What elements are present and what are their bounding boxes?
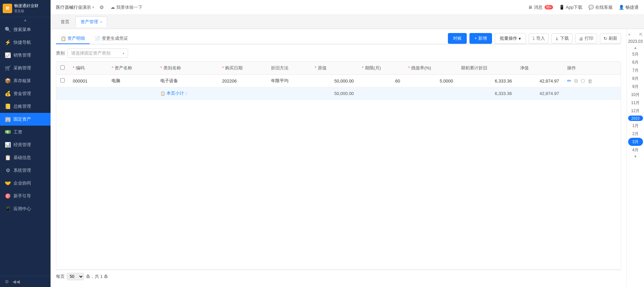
subtotal-label-cell: 📋本页小计： [156, 87, 218, 100]
sidebar-item-guide[interactable]: 🎯新手引导 [0, 190, 51, 202]
search-icon: 🔍 [5, 27, 11, 33]
sidebar-item-sales[interactable]: 📈销售管理 [0, 49, 51, 62]
row-original-value: 50,000.00 [311, 75, 358, 87]
tab-home[interactable]: 首页 [56, 17, 74, 27]
subtotal-row: 📋本页小计： 50,000.00 6,333.36 42,874.97 [56, 87, 621, 100]
quick-nav-icon: ⚡ [5, 39, 11, 45]
topbar-right: 🖥 消息 99+ 📱 App下载 💬 在线客服 👤 畅捷通 [528, 4, 639, 10]
share-btn[interactable]: ⬡ [581, 78, 585, 84]
month-item-8月[interactable]: 8月 [628, 74, 643, 83]
sidebar-logo: 财 畅捷通好业财 普及版 [0, 0, 51, 17]
sidebar-label-operations: 经营管理 [13, 142, 31, 148]
refresh-btn[interactable]: ↻ 刷新 [600, 33, 621, 43]
subtab-asset-label: 资产明细 [67, 35, 85, 41]
service-btn[interactable]: 💬 在线客服 [588, 4, 613, 10]
subtab-asset-detail[interactable]: 📋 资产明细 [56, 33, 90, 44]
topbar-gear-icon[interactable]: ⚙ [99, 4, 104, 10]
download-btn[interactable]: ⤓ 下载 [551, 33, 573, 43]
sidebar-item-inventory[interactable]: 📦库存核算 [0, 74, 51, 87]
month-item-10月[interactable]: 10月 [628, 91, 643, 99]
app-download-btn[interactable]: 📱 App下载 [559, 4, 582, 10]
sidebar-label-sales: 销售管理 [13, 52, 31, 58]
sidebar-scroll-up[interactable]: ▲ [0, 17, 51, 23]
panel-scroll-up[interactable]: ▲ [633, 45, 638, 50]
company-selector[interactable]: 医疗器械行业演示 ▾ [56, 4, 94, 10]
sidebar-item-salary[interactable]: 💵工资 [0, 126, 51, 138]
ledger-icon: 📒 [5, 103, 11, 109]
row-depreciation-method: 年限平均 [267, 75, 311, 87]
subtotal-empty6 [404, 87, 457, 100]
panel-close-btn[interactable]: × [628, 32, 631, 37]
collapse-icon[interactable]: ◀◀ [12, 279, 20, 284]
sidebar-item-base-info[interactable]: 📋基础信息 [0, 151, 51, 164]
month-item-11月[interactable]: 11月 [628, 99, 643, 107]
sales-icon: 📈 [5, 52, 11, 58]
header-period: 期限(月) [358, 62, 404, 75]
month-item-4月[interactable]: 4月 [628, 146, 643, 154]
select-all-checkbox[interactable] [60, 65, 65, 70]
subtotal-icon: 📋 [160, 91, 165, 96]
message-btn[interactable]: 🖥 消息 99+ [528, 4, 553, 10]
subtab-voucher-label: 变更生成凭证 [102, 35, 128, 41]
sidebar-item-ledger[interactable]: 📒总账管理 [0, 100, 51, 113]
sidebar-item-purchase[interactable]: 🛒采购管理 [0, 62, 51, 74]
settings-icon[interactable]: ⚙ [5, 279, 9, 284]
service-label: 在线客服 [595, 4, 613, 10]
month-item-2月[interactable]: 2月 [628, 130, 643, 138]
salary-icon: 💵 [5, 129, 11, 135]
ledger-btn[interactable]: 对账 [448, 33, 467, 44]
fixed-assets-icon: 🏢 [5, 116, 11, 122]
month-item-6月[interactable]: 6月 [628, 58, 643, 66]
delete-btn[interactable]: 🗑 [588, 78, 593, 84]
app-edition: 普及版 [14, 9, 38, 13]
header-initial-accumulated: 期初累计折旧 [457, 62, 516, 75]
company-arrow-icon: ▾ [92, 5, 94, 9]
month-item-12月[interactable]: 12月 [628, 107, 643, 115]
subtotal-empty2 [108, 87, 156, 100]
toolbar-right: 对账 + 新增 批量操作 ▾ ⤵ 导入 ⤓ 下载 🖨 [448, 33, 621, 44]
batch-btn[interactable]: 批量操作 ▾ [495, 33, 526, 44]
filter-category-select[interactable]: 请选择固定资产类别 ▾ [67, 49, 128, 58]
tab-home-label: 首页 [61, 19, 69, 25]
sidebar-item-quick-nav[interactable]: ⚡快捷导航 [0, 36, 51, 49]
month-item-9月[interactable]: 9月 [628, 83, 643, 91]
tab-asset[interactable]: 资产管理 × [75, 17, 107, 27]
sidebar-item-funds[interactable]: 💰资金管理 [0, 87, 51, 100]
month-item-3月[interactable]: 3月 [628, 138, 643, 146]
year-badge[interactable]: 2023 [628, 116, 643, 121]
import-btn[interactable]: ⤵ 导入 [529, 33, 549, 43]
asset-table: 编码 资产名称 类别名称 购买日期 折旧方法 原值 期限(月) 残值率(%) 期… [56, 61, 621, 270]
experience-btn[interactable]: ☁ 我要体验一下 [111, 4, 143, 10]
sidebar-item-operations[interactable]: 📊经营管理 [0, 138, 51, 151]
per-page-select[interactable]: 50 100 [67, 273, 84, 280]
funds-icon: 💰 [5, 91, 11, 97]
subtab-voucher[interactable]: 📄 变更生成凭证 [90, 33, 133, 44]
month-item-7月[interactable]: 7月 [628, 66, 643, 74]
panel-scroll-down[interactable]: ▼ [633, 154, 638, 159]
batch-label: 批量操作 [500, 35, 517, 41]
copy-btn[interactable]: ⧉ [574, 78, 578, 84]
sidebar-item-search[interactable]: 🔍搜索菜单 [0, 23, 51, 36]
sidebar-label-system: 系统管理 [13, 167, 31, 173]
new-btn[interactable]: + 新增 [469, 33, 492, 44]
app-name: 畅捷通好业财 [14, 3, 38, 9]
sidebar-item-system[interactable]: ⚙系统管理 [0, 164, 51, 177]
edit-btn[interactable]: ✏ [567, 78, 572, 84]
row-checkbox-0[interactable] [60, 78, 65, 83]
row-code: 000001 [69, 75, 108, 87]
subtotal-checkbox-cell [56, 87, 69, 100]
month-item-5月[interactable]: 5月 [628, 50, 643, 58]
panel-expand-btn[interactable]: ⇱ [639, 32, 643, 37]
sidebar-item-app-center[interactable]: 📱应用中心 [0, 202, 51, 215]
subtotal-empty1 [69, 87, 108, 100]
month-item-1月[interactable]: 1月 [628, 122, 643, 130]
system-icon: ⚙ [5, 167, 11, 173]
user-btn[interactable]: 👤 畅捷通 [619, 4, 639, 10]
row-category: 电子设备 [156, 75, 218, 87]
tab-close-icon[interactable]: × [100, 20, 102, 24]
cloud-icon: ☁ [111, 5, 115, 10]
sidebar-bottom: ⚙ ◀◀ [0, 276, 51, 287]
sidebar-item-cooperation[interactable]: 🤝企业协同 [0, 177, 51, 190]
print-btn[interactable]: 🖨 打印 [575, 33, 597, 43]
sidebar-item-fixed-assets[interactable]: 🏢固定资产 [0, 113, 51, 126]
